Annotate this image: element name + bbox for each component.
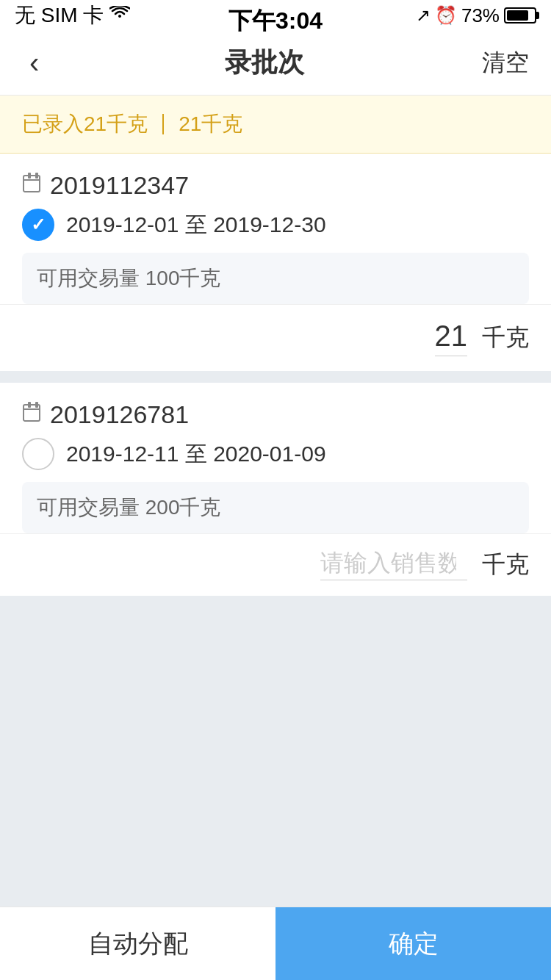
radio-button-1[interactable] <box>22 209 54 241</box>
batch-number-row-1: 2019112347 <box>22 171 529 200</box>
carrier-text: 无 SIM 卡 <box>15 1 104 29</box>
batch-item-2: 2019126781 2019-12-11 至 2020-01-09 可用交易量… <box>0 383 551 596</box>
batch-date-2: 2019-12-11 至 2020-01-09 <box>66 439 326 469</box>
svg-rect-6 <box>35 402 38 408</box>
available-text-1: 可用交易量 100千克 <box>37 267 221 289</box>
quantity-input-2[interactable] <box>320 550 467 580</box>
auto-distribute-button[interactable]: 自动分配 <box>0 907 276 980</box>
radio-button-2[interactable] <box>22 438 54 470</box>
input-row-2: 千克 <box>0 533 551 596</box>
amount-row-1: 21 千克 <box>0 304 551 371</box>
banner-divider <box>162 114 164 134</box>
batch-number-row-2: 2019126781 <box>22 400 529 429</box>
status-left: 无 SIM 卡 <box>15 1 130 29</box>
svg-rect-1 <box>28 173 31 179</box>
batch-date-1: 2019-12-01 至 2019-12-30 <box>66 210 326 240</box>
available-box-2: 可用交易量 200千克 <box>22 482 529 533</box>
wifi-icon <box>109 4 130 27</box>
batch-item-1-content: 2019112347 2019-12-01 至 2019-12-30 可用交易量… <box>0 154 551 304</box>
batch-number-1: 2019112347 <box>50 171 189 200</box>
clear-button[interactable]: 清空 <box>482 47 529 79</box>
empty-area <box>0 596 551 919</box>
recorded-label: 已录入21千克 <box>22 110 148 138</box>
location-icon: ↗ <box>416 5 431 26</box>
batch-icon-1 <box>22 173 44 198</box>
time-display: 下午3:04 <box>228 5 323 37</box>
recorded-value: 21千克 <box>179 110 242 138</box>
batch-item-2-content: 2019126781 2019-12-11 至 2020-01-09 可用交易量… <box>0 383 551 533</box>
section-separator <box>0 371 551 383</box>
batch-date-row-1[interactable]: 2019-12-01 至 2019-12-30 <box>22 209 529 241</box>
info-banner: 已录入21千克 21千克 <box>0 96 551 154</box>
batch-icon-2 <box>22 402 44 428</box>
nav-bar: ‹ 录批次 清空 <box>0 31 551 96</box>
back-button[interactable]: ‹ <box>22 39 46 87</box>
battery-icon <box>504 7 536 24</box>
amount-value-1: 21 <box>435 320 468 356</box>
batch-item-1: 2019112347 2019-12-01 至 2019-12-30 可用交易量… <box>0 154 551 371</box>
battery-percent: 73% <box>461 4 500 27</box>
alarm-icon: ⏰ <box>435 5 457 26</box>
svg-rect-2 <box>35 173 38 179</box>
page-title: 录批次 <box>225 45 304 81</box>
available-text-2: 可用交易量 200千克 <box>37 496 221 519</box>
batch-number-2: 2019126781 <box>50 400 189 429</box>
status-right: ↗ ⏰ 73% <box>416 4 536 27</box>
svg-rect-5 <box>28 402 31 408</box>
bottom-bar: 自动分配 确定 <box>0 907 551 980</box>
available-box-1: 可用交易量 100千克 <box>22 253 529 304</box>
status-bar: 无 SIM 卡 下午3:04 ↗ ⏰ 73% <box>0 0 551 31</box>
amount-unit-1: 千克 <box>482 322 529 354</box>
batch-date-row-2[interactable]: 2019-12-11 至 2020-01-09 <box>22 438 529 470</box>
confirm-button[interactable]: 确定 <box>276 907 551 980</box>
input-unit-2: 千克 <box>482 549 529 581</box>
